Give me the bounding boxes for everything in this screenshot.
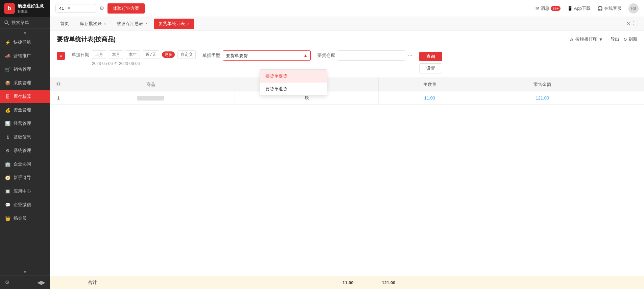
warehouse-filter-label: 要货仓库 bbox=[317, 52, 335, 59]
cell-index: 1 bbox=[50, 91, 67, 105]
sidebar-item-guide[interactable]: 🧭 新手引导 bbox=[0, 171, 50, 184]
data-table: 商品 主计量单位 主数量 零售金额 1 块 11.00 bbox=[50, 78, 644, 105]
export-icon: ↑ bbox=[607, 37, 610, 42]
store-selector[interactable]: 41 ▼ bbox=[55, 4, 96, 13]
sidebar-item-basic[interactable]: ℹ 基础信息 bbox=[0, 130, 50, 144]
setting-button[interactable]: 设置 bbox=[419, 63, 442, 73]
table-header: 商品 主计量单位 主数量 零售金额 bbox=[50, 78, 644, 91]
type-filter-group: 单据类型 要货单要货 要货单退货 ▲ bbox=[202, 50, 311, 61]
wallet-icon: 💰 bbox=[5, 107, 11, 113]
refresh-icon: ↻ bbox=[623, 37, 627, 42]
apps-icon: 🔲 bbox=[5, 188, 11, 194]
table-header-row: 商品 主计量单位 主数量 零售金额 bbox=[50, 78, 644, 91]
refresh-button[interactable]: ↻ 刷新 bbox=[623, 36, 637, 42]
vip-icon: 👑 bbox=[5, 215, 11, 221]
type-dropdown: 要货单要货 要货单退货 bbox=[260, 69, 327, 96]
sidebar-item-finance[interactable]: 💰 资金管理 bbox=[0, 103, 50, 117]
database-icon: 🗄 bbox=[5, 93, 11, 99]
box-icon: 📦 bbox=[5, 80, 11, 86]
tabs-close-all-icon[interactable]: ✕ bbox=[626, 20, 630, 27]
date-filter-row: 单据日期 上月 本月 本年 近7天 更多 自定义 bbox=[72, 50, 196, 59]
col-amount: 零售金额 bbox=[481, 78, 604, 91]
footer-quantity: 11.00 bbox=[328, 280, 368, 285]
export-button[interactable]: ↑ 导出 bbox=[607, 36, 620, 42]
sidebar-item-inventory[interactable]: 🗄 库存核算 bbox=[0, 90, 50, 103]
type-select[interactable]: 要货单要货 要货单退货 bbox=[223, 50, 311, 61]
topbar-right: ✉ 消息 99+ 📱 App下载 🎧 在线客服 Rit bbox=[535, 3, 639, 14]
tabs-actions: ✕ ⛶ bbox=[626, 20, 639, 27]
warehouse-more-icon[interactable]: ··· bbox=[408, 52, 412, 59]
tab-home[interactable]: 首页 bbox=[55, 19, 74, 29]
date-btn-last-7[interactable]: 近7天 bbox=[143, 50, 159, 59]
footer-amount: 121.00 bbox=[368, 280, 409, 285]
table-container: 商品 主计量单位 主数量 零售金额 1 块 11.00 bbox=[50, 78, 644, 276]
sidebar-search[interactable]: 搜索菜单 bbox=[0, 17, 50, 29]
sidebar-scroll-down[interactable]: ▼ bbox=[0, 269, 50, 275]
warehouse-input[interactable] bbox=[338, 50, 405, 61]
date-btn-this-year[interactable]: 本年 bbox=[126, 50, 140, 59]
filter-buttons: 查询 设置 bbox=[419, 52, 442, 73]
table-footer: 合计 11.00 121.00 bbox=[50, 276, 644, 289]
online-service-button[interactable]: 🎧 在线客服 bbox=[597, 5, 622, 12]
dropdown-item-return-goods[interactable]: 要货单退货 bbox=[260, 83, 327, 95]
print-button[interactable]: 🖨 按模板打印 ▼ bbox=[570, 36, 603, 42]
trial-button[interactable]: 体验行业方案 bbox=[108, 3, 145, 14]
sidebar-item-purchase[interactable]: 📦 采购管理 bbox=[0, 76, 50, 90]
sidebar-item-shortcut[interactable]: ⚡ 快捷导航 bbox=[0, 36, 50, 49]
filter-toggle-button[interactable]: » bbox=[57, 52, 65, 60]
tab-order-stats-close[interactable]: × bbox=[187, 21, 189, 26]
phone-icon: 📱 bbox=[567, 6, 573, 11]
query-button[interactable]: 查询 bbox=[419, 52, 442, 61]
message-button[interactable]: ✉ 消息 99+ bbox=[535, 5, 560, 12]
date-btn-last-month[interactable]: 上月 bbox=[92, 50, 106, 59]
dropdown-item-order-goods[interactable]: 要货单要货 bbox=[260, 70, 327, 83]
print-arrow-icon: ▼ bbox=[599, 37, 603, 42]
col-settings[interactable] bbox=[50, 78, 67, 91]
topbar-left: 41 ▼ ⚙ 体验行业方案 bbox=[55, 3, 145, 14]
avatar: Rit bbox=[628, 3, 639, 14]
message-icon: ✉ bbox=[535, 6, 539, 11]
megaphone-icon: 📣 bbox=[5, 53, 11, 59]
cell-quantity: 11.00 bbox=[379, 91, 481, 105]
warehouse-filter-group: 要货仓库 ··· bbox=[317, 50, 412, 61]
tab-order-stats[interactable]: 要货单统计表 × bbox=[154, 19, 194, 29]
settings-bottom-icon[interactable]: ⚙ bbox=[5, 279, 9, 286]
wechat-icon: 💬 bbox=[5, 202, 11, 208]
team-icon: 🏢 bbox=[5, 161, 11, 167]
tab-batch-close[interactable]: × bbox=[104, 21, 106, 26]
sidebar-item-apps[interactable]: 🔲 应用中心 bbox=[0, 184, 50, 198]
sidebar-item-vip[interactable]: 👑 畅会员 bbox=[0, 212, 50, 225]
svg-line-1 bbox=[8, 24, 9, 25]
sidebar-item-operation[interactable]: 📊 经营管理 bbox=[0, 117, 50, 130]
message-badge: 99+ bbox=[551, 6, 560, 11]
sidebar: b 畅捷通好生意 标准版 搜索菜单 ▲ ⚡ 快捷导航 📣 营销推广 🛒 销售管理… bbox=[0, 0, 50, 289]
user-menu[interactable]: Rit bbox=[628, 3, 639, 14]
sidebar-scroll-up[interactable]: ▲ bbox=[0, 29, 50, 36]
collapse-icon[interactable]: ◀▶ bbox=[37, 279, 45, 286]
page-header: 要货单统计表(按商品) 🖨 按模板打印 ▼ ↑ 导出 ↻ 刷新 bbox=[50, 30, 644, 46]
topbar-settings-icon[interactable]: ⚙ bbox=[99, 5, 104, 12]
type-filter-row: 单据类型 要货单要货 要货单退货 ▲ bbox=[202, 50, 311, 61]
sidebar-item-wechat[interactable]: 💬 企业微信 bbox=[0, 198, 50, 212]
tab-summary[interactable]: 收发存汇总表 × bbox=[112, 19, 152, 29]
sidebar-item-marketing[interactable]: 📣 营销推广 bbox=[0, 49, 50, 63]
tab-batch[interactable]: 库存批次账 × bbox=[75, 19, 111, 29]
date-filter-label: 单据日期 bbox=[72, 52, 89, 58]
app-download-button[interactable]: 📱 App下载 bbox=[567, 5, 591, 12]
date-more-badge[interactable]: 更多 bbox=[162, 51, 175, 58]
type-select-container: 要货单要货 要货单退货 ▲ bbox=[223, 50, 311, 61]
date-btn-custom[interactable]: 自定义 bbox=[177, 50, 196, 59]
sidebar-item-system[interactable]: ⚙ 系统管理 bbox=[0, 144, 50, 157]
tabs-expand-icon[interactable]: ⛶ bbox=[633, 20, 639, 27]
app-brand: 畅捷通好生意 标准版 bbox=[18, 3, 44, 14]
tab-summary-close[interactable]: × bbox=[145, 21, 148, 26]
sidebar-item-sales[interactable]: 🛒 销售管理 bbox=[0, 63, 50, 76]
filter-bar: » 单据日期 上月 本月 本年 近7天 更多 自定义 2023-05-06 至 … bbox=[50, 46, 644, 78]
sidebar-item-enterprise[interactable]: 🏢 企业协同 bbox=[0, 157, 50, 171]
table-row: 1 块 11.00 121.00 bbox=[50, 91, 644, 105]
headset-icon: 🎧 bbox=[597, 6, 603, 11]
page-actions: 🖨 按模板打印 ▼ ↑ 导出 ↻ 刷新 bbox=[570, 36, 637, 42]
cart-icon: 🛒 bbox=[5, 66, 11, 72]
date-btn-this-month[interactable]: 本月 bbox=[109, 50, 123, 59]
cell-amount: 121.00 bbox=[481, 91, 604, 105]
